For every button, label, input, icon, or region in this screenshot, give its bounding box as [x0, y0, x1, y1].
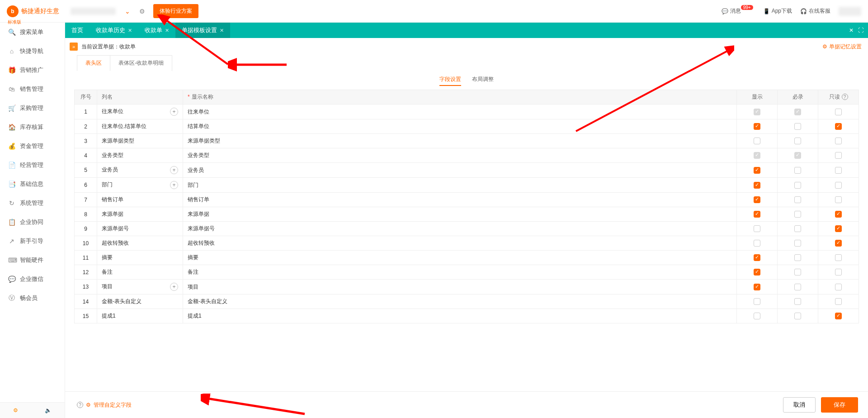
cell-display-name[interactable]: 超收转预收 [183, 236, 737, 251]
cell-display-name[interactable]: 来源单据 [183, 207, 737, 222]
page-tab[interactable]: 首页 [65, 23, 90, 38]
sidebar-item[interactable]: 📑基础信息 [0, 175, 65, 194]
checkbox[interactable] [835, 225, 842, 232]
sidebar-item[interactable]: 📋企业协同 [0, 213, 65, 232]
checkbox[interactable] [835, 313, 842, 319]
checkbox[interactable] [754, 182, 760, 189]
settings-gear-icon[interactable]: ⚙ [139, 8, 145, 15]
checkbox[interactable] [754, 284, 760, 290]
checkbox[interactable] [835, 240, 842, 247]
sub-tab[interactable]: 布局调整 [472, 76, 494, 86]
section-tab[interactable]: 表体区-收款单明细 [110, 55, 172, 71]
checkbox[interactable] [794, 182, 801, 189]
sidebar-item[interactable]: ⌂快捷导航 [0, 42, 65, 61]
save-button[interactable]: 保存 [821, 397, 858, 413]
cell-display-name[interactable]: 往来单位 [183, 104, 737, 119]
add-icon[interactable]: + [170, 181, 178, 189]
checkbox[interactable] [754, 254, 760, 261]
checkbox[interactable] [794, 254, 801, 261]
cell-display-name[interactable]: 摘要 [183, 251, 737, 265]
checkbox[interactable] [754, 196, 760, 203]
checkbox[interactable] [835, 182, 842, 189]
sidebar-settings-icon[interactable]: ⚙ [13, 407, 18, 413]
sidebar-item[interactable]: ⌨智能硬件 [0, 251, 65, 270]
sidebar-item[interactable]: 🏠库存核算 [0, 118, 65, 137]
checkbox[interactable] [754, 225, 760, 232]
page-tab[interactable]: 单据模板设置✕ [175, 23, 230, 38]
checkbox[interactable] [835, 298, 842, 305]
checkbox[interactable] [835, 284, 842, 290]
checkbox[interactable] [794, 284, 801, 290]
collapse-panel-button[interactable]: » [70, 43, 78, 51]
org-selector[interactable]: ⌄ [71, 8, 130, 15]
checkbox[interactable] [754, 211, 760, 218]
help-icon[interactable]: ? [842, 94, 848, 100]
checkbox[interactable] [835, 123, 842, 130]
cancel-button[interactable]: 取消 [783, 397, 816, 413]
sidebar-item[interactable]: 💬企业微信 [0, 270, 65, 289]
sidebar-sound-icon[interactable]: 🔈 [45, 407, 52, 413]
checkbox[interactable] [835, 269, 842, 276]
checkbox[interactable] [794, 138, 801, 144]
tab-close-icon[interactable]: ✕ [128, 28, 132, 33]
checkbox[interactable] [794, 298, 801, 305]
checkbox[interactable] [794, 196, 801, 203]
cell-display-name[interactable]: 业务类型 [183, 148, 737, 163]
sidebar-item[interactable]: 🛒采购管理 [0, 99, 65, 118]
checkbox[interactable] [754, 138, 760, 144]
sidebar-item[interactable]: Ⓥ畅会员 [0, 289, 65, 308]
cell-display-name[interactable]: 销售订单 [183, 193, 737, 207]
checkbox[interactable] [794, 269, 801, 276]
manage-custom-fields-link[interactable]: 管理自定义字段 [94, 401, 132, 409]
cell-display-name[interactable]: 来源单据号 [183, 222, 737, 236]
sidebar-item[interactable]: ↗新手引导 [0, 232, 65, 251]
sub-tab[interactable]: 字段设置 [439, 76, 461, 86]
checkbox[interactable] [754, 167, 760, 174]
add-icon[interactable]: + [170, 283, 178, 291]
memory-settings-link[interactable]: ⚙ 单据记忆设置 [822, 43, 862, 51]
checkbox[interactable] [754, 298, 760, 305]
customer-service-link[interactable]: 🎧 在线客服 [800, 7, 830, 15]
checkbox[interactable] [754, 269, 760, 276]
sidebar-item[interactable]: 🔍搜索菜单 [0, 23, 65, 42]
cell-display-name[interactable]: 结算单位 [183, 119, 737, 134]
cell-display-name[interactable]: 项目 [183, 280, 737, 294]
sidebar-item[interactable]: 🛍销售管理 [0, 80, 65, 99]
cell-display-name[interactable]: 提成1 [183, 309, 737, 323]
page-tab[interactable]: 收款单✕ [138, 23, 175, 38]
checkbox[interactable] [794, 167, 801, 174]
close-all-tabs-icon[interactable]: ✕ [849, 27, 854, 33]
sidebar-item[interactable]: 💰资金管理 [0, 137, 65, 156]
checkbox[interactable] [835, 152, 842, 159]
tab-close-icon[interactable]: ✕ [165, 28, 169, 33]
checkbox[interactable] [835, 138, 842, 144]
app-download-link[interactable]: 📱 App下载 [763, 7, 792, 15]
checkbox[interactable] [754, 123, 760, 130]
add-icon[interactable]: + [170, 108, 178, 116]
fullscreen-icon[interactable]: ⛶ [858, 27, 863, 33]
checkbox[interactable] [754, 313, 760, 319]
sidebar-item[interactable]: ↻系统管理 [0, 194, 65, 213]
checkbox[interactable] [794, 211, 801, 218]
checkbox[interactable] [794, 123, 801, 130]
checkbox[interactable] [835, 211, 842, 218]
add-icon[interactable]: + [170, 166, 178, 174]
checkbox[interactable] [794, 240, 801, 247]
user-avatar[interactable] [839, 7, 861, 16]
cell-display-name[interactable]: 来源单据类型 [183, 134, 737, 148]
page-tab[interactable]: 收款单历史✕ [90, 23, 138, 38]
section-tab[interactable]: 表头区 [77, 55, 110, 71]
cell-display-name[interactable]: 部门 [183, 178, 737, 193]
try-industry-button[interactable]: 体验行业方案 [153, 4, 198, 18]
cell-display-name[interactable]: 业务员 [183, 163, 737, 178]
sidebar-item[interactable]: 📄经营管理 [0, 156, 65, 175]
checkbox[interactable] [754, 240, 760, 247]
checkbox[interactable] [835, 196, 842, 203]
help-icon[interactable]: ? [77, 402, 83, 408]
sidebar-item[interactable]: 🎁营销推广 [0, 61, 65, 80]
checkbox[interactable] [794, 225, 801, 232]
checkbox[interactable] [835, 109, 842, 115]
cell-display-name[interactable]: 金额-表头自定义 [183, 294, 737, 309]
messages-link[interactable]: 💬 消息 99+ [722, 7, 755, 15]
checkbox[interactable] [835, 254, 842, 261]
